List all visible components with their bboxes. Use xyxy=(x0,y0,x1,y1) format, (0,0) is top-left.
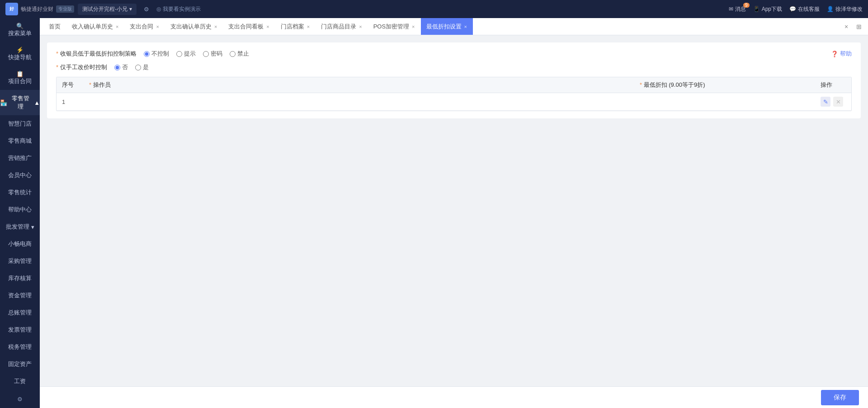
tab-close-store-file[interactable]: × xyxy=(307,24,310,29)
col-operator-label: 操作员 xyxy=(93,81,111,88)
sidebar-label-project: 项目合同 xyxy=(0,77,40,85)
row-delete-btn[interactable]: ✕ xyxy=(833,97,843,107)
sidebar-item-project[interactable]: 📋 项目合同 xyxy=(0,66,40,90)
project-icon: 📋 xyxy=(0,70,40,77)
radio-password-input[interactable] xyxy=(203,51,209,57)
cell-actions: ✎ ✕ xyxy=(815,93,851,110)
sidebar-item-salary[interactable]: 工资 xyxy=(0,373,40,390)
radio-password[interactable]: 密码 xyxy=(203,50,222,58)
bottom-bar: 保存 xyxy=(40,386,868,408)
tab-close-contract[interactable]: × xyxy=(156,24,159,29)
tab-income[interactable]: 收入确认单历史 × xyxy=(66,18,124,35)
tab-close-payment-confirm[interactable]: × xyxy=(214,24,217,29)
sidebar-item-capital[interactable]: 资金管理 xyxy=(0,287,40,304)
tab-close-contract-board[interactable]: × xyxy=(266,24,269,29)
sidebar-label-smart-store: 智慧门店 xyxy=(0,120,40,128)
radio-forbidden-input[interactable] xyxy=(230,51,236,57)
discount-table: 序号 操作员 最低折扣 (9.00等于9折) 操作 1 xyxy=(56,77,852,111)
sidebar-item-help[interactable]: 帮助中心 xyxy=(0,201,40,218)
project-selector[interactable]: 测试分开完程-小兄 ▾ xyxy=(78,4,137,15)
tab-contract[interactable]: 支出合同 × xyxy=(124,18,165,35)
sidebar: 🔍 搜索菜单 ⚡ 快捷导航 📋 项目合同 🏪 零售管理 ▲ 智慧门店 零售商城 … xyxy=(0,18,40,408)
sidebar-item-smart-store[interactable]: 智慧门店 xyxy=(0,115,40,132)
top-bar: 好 畅捷通好业财 专业版 测试分开完程-小兄 ▾ ⚙ ◎ 我要看实例演示 ✉ 消… xyxy=(0,0,868,18)
sidebar-item-purchase[interactable]: 采购管理 xyxy=(0,253,40,270)
app-download-btn[interactable]: 📱 App下载 xyxy=(753,5,782,13)
sidebar-item-retail[interactable]: 🏪 零售管理 ▲ xyxy=(0,90,40,115)
message-icon: ✉ xyxy=(729,6,733,12)
radio-manual-yes[interactable]: 是 xyxy=(135,63,149,71)
tab-close-min-discount[interactable]: × xyxy=(464,24,467,29)
search-icon: 🔍 xyxy=(0,23,40,29)
online-service-btn[interactable]: 💬 在线客服 xyxy=(789,5,820,13)
tab-label-contract-board: 支出合同看板 xyxy=(228,23,264,31)
sidebar-item-online-store[interactable]: 零售商城 xyxy=(0,132,40,150)
demo-btn[interactable]: ◎ 我要看实例演示 xyxy=(156,5,201,13)
top-bar-left: 好 畅捷通好业财 专业版 测试分开完程-小兄 ▾ ⚙ ◎ 我要看实例演示 xyxy=(5,3,201,15)
sidebar-label-search: 搜索菜单 xyxy=(0,29,40,38)
tab-home[interactable]: 首页 xyxy=(43,18,66,35)
tab-close-income[interactable]: × xyxy=(116,24,118,29)
help-label: 帮助 xyxy=(840,50,852,58)
wholesale-sub-icon: ▾ xyxy=(31,224,34,230)
tab-payment-confirm[interactable]: 支出确认单历史 × xyxy=(165,18,223,35)
radio-prompt[interactable]: 提示 xyxy=(176,50,196,58)
tab-pos-pwd[interactable]: POS加密管理 × xyxy=(368,18,421,35)
sidebar-item-ledger[interactable]: 总账管理 xyxy=(0,304,40,321)
topbar-settings-btn[interactable]: ⚙ xyxy=(140,3,153,15)
message-badge: 9 xyxy=(743,3,750,8)
radio-manual-yes-input[interactable] xyxy=(135,65,141,70)
tab-store-goods[interactable]: 门店商品目录 × xyxy=(316,18,368,35)
user-avatar-icon: 👤 xyxy=(827,6,834,12)
discount-policy-row: 收银员低于最低折扣控制策略 不控制 提示 密码 xyxy=(56,50,852,58)
col-min-discount-label: 最低折扣 (9.00等于9折) xyxy=(644,81,705,88)
radio-forbidden[interactable]: 禁止 xyxy=(230,50,249,58)
radio-no-control-label: 不控制 xyxy=(151,50,169,58)
sidebar-item-wholesale[interactable]: 批发管理 ▾ xyxy=(0,218,40,235)
sidebar-label-capital: 资金管理 xyxy=(0,291,40,300)
radio-no-control-input[interactable] xyxy=(144,51,150,57)
sidebar-item-shortcut[interactable]: ⚡ 快捷导航 xyxy=(0,42,40,66)
tab-label-pos-pwd: POS加密管理 xyxy=(373,23,409,31)
help-link[interactable]: ❓ 帮助 xyxy=(831,50,852,58)
radio-manual-no[interactable]: 否 xyxy=(114,63,128,71)
settings-icon: ⚙ xyxy=(144,6,149,13)
sidebar-item-marketing[interactable]: 营销推广 xyxy=(0,150,40,167)
sidebar-item-assets[interactable]: 固定资产 xyxy=(0,356,40,373)
app-name: 畅捷通好业财 xyxy=(21,5,53,13)
radio-password-label: 密码 xyxy=(211,50,222,58)
user-name: 徐泽华修改 xyxy=(835,5,863,13)
tab-close-all-btn[interactable]: × xyxy=(841,21,852,32)
sidebar-item-member[interactable]: 会员中心 xyxy=(0,167,40,184)
radio-prompt-input[interactable] xyxy=(176,51,182,57)
sidebar-label-invoice: 发票管理 xyxy=(0,326,40,334)
radio-prompt-label: 提示 xyxy=(184,50,196,58)
top-bar-right: ✉ 消息 9 📱 App下载 💬 在线客服 👤 徐泽华修改 xyxy=(729,5,863,13)
demo-label: 我要看实例演示 xyxy=(163,5,201,13)
sidebar-label-retail-stats: 零售统计 xyxy=(0,188,40,197)
tab-close-store-goods[interactable]: × xyxy=(359,24,362,29)
radio-forbidden-label: 禁止 xyxy=(237,50,249,58)
save-button[interactable]: 保存 xyxy=(821,390,859,405)
tab-min-discount[interactable]: 最低折扣设置 × xyxy=(421,18,473,35)
user-info[interactable]: 👤 徐泽华修改 xyxy=(827,5,863,13)
tab-store-file[interactable]: 门店档案 × xyxy=(275,18,316,35)
col-min-discount: 最低折扣 (9.00等于9折) xyxy=(634,77,815,93)
cell-operator xyxy=(84,93,634,110)
col-operator: 操作员 xyxy=(84,77,634,93)
tab-expand-btn[interactable]: ⊞ xyxy=(854,21,864,32)
sidebar-settings-btn[interactable]: ⚙ xyxy=(0,390,40,408)
radio-manual-no-input[interactable] xyxy=(114,65,120,70)
tab-close-pos-pwd[interactable]: × xyxy=(412,24,415,29)
sidebar-item-invoice[interactable]: 发票管理 xyxy=(0,321,40,338)
message-btn[interactable]: ✉ 消息 9 xyxy=(729,5,746,13)
sidebar-label-ecommerce: 小畅电商 xyxy=(0,240,40,248)
sidebar-item-retail-stats[interactable]: 零售统计 xyxy=(0,184,40,201)
sidebar-item-search[interactable]: 🔍 搜索菜单 xyxy=(0,18,40,42)
sidebar-item-inventory[interactable]: 库存核算 xyxy=(0,270,40,287)
tab-contract-board[interactable]: 支出合同看板 × xyxy=(223,18,275,35)
row-edit-btn[interactable]: ✎ xyxy=(821,97,830,107)
sidebar-item-tax[interactable]: 税务管理 xyxy=(0,338,40,356)
sidebar-item-ecommerce[interactable]: 小畅电商 xyxy=(0,235,40,253)
radio-no-control[interactable]: 不控制 xyxy=(144,50,169,58)
